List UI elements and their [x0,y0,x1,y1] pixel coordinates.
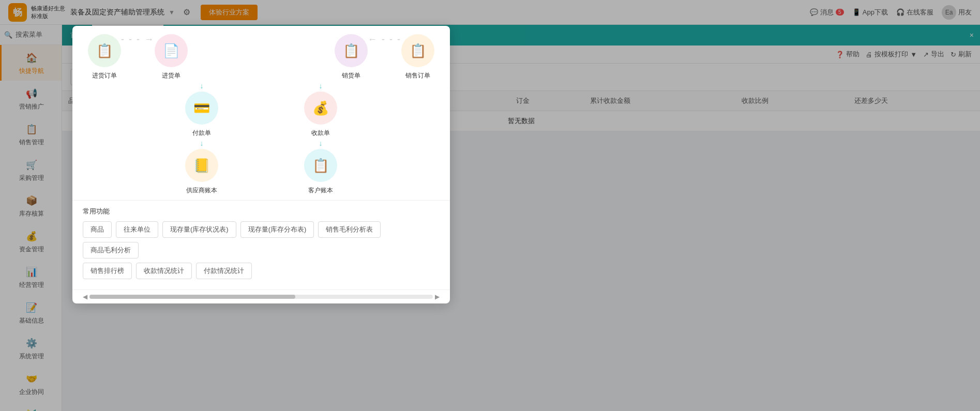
purchase-bill-circle[interactable]: 📄 [155,34,188,67]
payment-icon: 💳 [193,100,210,116]
row-3: 📒 供应商账本 📋 客户账本 [88,149,434,200]
purchase-bill-label: 进货单 [162,71,180,80]
sale-order-icon: 📋 [410,43,426,59]
func-buttons-row2: 销售排行榜 收款情况统计 付款情况统计 [83,263,440,279]
node-receipt: 💰 收款单 [295,92,346,138]
func-btn-counterpart[interactable]: 往来单位 [116,221,158,238]
receipt-label: 收款单 [311,129,330,138]
row-arrows-down: ↓ ↓ [88,80,434,92]
v-arrow-payment: ↓ [176,138,228,149]
receipt-circle[interactable]: 💰 [304,92,337,125]
payment-circle[interactable]: 💳 [185,92,218,125]
purchase-order-circle[interactable]: 📋 [88,34,121,67]
connector-purchase-order-bill: - - - → [121,34,155,59]
flow-section: 📋 进货订单 - - - → 📄 进货单 📋 [72,26,450,200]
scroll-left-icon[interactable]: ◀ [83,293,87,300]
func-btn-payment-stats[interactable]: 付款情况统计 [196,263,252,279]
supplier-ledger-label: 供应商账本 [186,186,217,195]
row-1: 📋 进货订单 - - - → 📄 进货单 📋 [88,34,434,80]
sale-bill-label: 销货单 [342,71,360,80]
common-title: 常用功能 [83,201,440,216]
node-supplier-ledger: 📒 供应商账本 [176,149,228,195]
supplier-ledger-circle[interactable]: 📒 [185,149,218,182]
node-customer-ledger: 📋 客户账本 [295,149,346,195]
row-2: 💳 付款单 💰 收款单 [88,92,434,138]
common-functions: 常用功能 商品 往来单位 现存量(库存状况表) 现存量(库存分布表) 销售毛利分… [72,200,450,290]
customer-ledger-label: 客户账本 [308,186,333,195]
sale-bill-icon: 📋 [343,43,359,59]
scroll-bar-area: ◀ ▶ [72,290,450,303]
customer-ledger-circle[interactable]: 📋 [304,149,337,182]
purchase-order-label: 进货订单 [92,71,117,80]
sale-bill-circle[interactable]: 📋 [335,34,368,67]
func-btn-stock-status[interactable]: 现存量(库存状况表) [162,221,236,238]
purchase-bill-icon: 📄 [163,43,179,59]
sale-order-label: 销售订单 [405,71,430,80]
node-payment: 💳 付款单 [176,92,228,138]
func-btn-stock-dist[interactable]: 现存量(库存分布表) [240,221,314,238]
scroll-thumb[interactable] [89,295,295,299]
func-btn-profit-analysis[interactable]: 销售毛利分析表 [318,221,381,238]
node-sale-bill: 📋 销货单 [335,34,368,80]
func-btn-collection-stats[interactable]: 收款情况统计 [136,263,192,279]
dash-line-2: ← - - - [368,34,401,45]
dash-line: - - - → [121,34,155,45]
connector-sale-bill-order: ← - - - [368,34,401,59]
scroll-right-icon[interactable]: ▶ [435,293,440,300]
flow-modal: 📋 进货订单 - - - → 📄 进货单 📋 [72,26,450,303]
row-arrows-down-2: ↓ ↓ [88,138,434,149]
payment-label: 付款单 [192,129,211,138]
node-sale-order: 📋 销售订单 [401,34,434,80]
sale-order-circle[interactable]: 📋 [401,34,434,67]
node-purchase-order: 📋 进货订单 [88,34,121,80]
receipt-icon: 💰 [312,100,329,116]
func-btn-sales-ranking[interactable]: 销售排行榜 [83,263,132,279]
func-btn-product[interactable]: 商品 [83,221,112,238]
v-arrow-receipt: ↓ [295,138,346,149]
scroll-track [89,295,433,299]
func-btn-product-profit[interactable]: 商品毛利分析 [83,242,139,258]
customer-ledger-icon: 📋 [312,158,329,174]
purchase-order-icon: 📋 [96,43,113,59]
supplier-ledger-icon: 📒 [193,158,210,174]
v-arrow-purchase: ↓ [176,80,228,92]
v-arrow-sale: ↓ [295,80,346,92]
func-buttons-row1: 商品 往来单位 现存量(库存状况表) 现存量(库存分布表) 销售毛利分析表 商品… [83,221,440,258]
node-purchase-bill: 📄 进货单 [155,34,188,80]
